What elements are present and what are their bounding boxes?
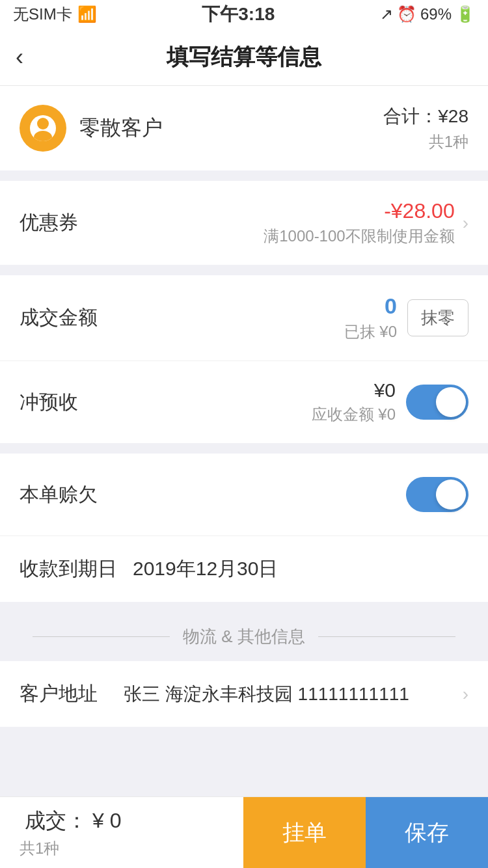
hang-button[interactable]: 挂单 — [243, 797, 366, 869]
sim-text: 无SIM卡 — [13, 4, 72, 25]
prepayment-sub: 应收金额 ¥0 — [312, 404, 396, 425]
total-count: 共1种 — [383, 131, 468, 152]
page-title: 填写结算等信息 — [167, 42, 321, 72]
address-chevron-icon: › — [463, 684, 468, 705]
address-value: 张三 海淀永丰科技园 11111111111 — [124, 682, 456, 707]
avatar — [20, 105, 66, 152]
deal-amount-row: 成交金额 0 已抹 ¥0 抹零 — [0, 275, 488, 361]
round-off-button[interactable]: 抹零 — [407, 299, 468, 336]
customer-section: 零散客户 合计：¥28 共1种 — [0, 86, 488, 170]
logistics-divider: 物流 & 其他信息 — [0, 612, 488, 661]
prepayment-right: ¥0 应收金额 ¥0 — [312, 379, 396, 425]
bottom-bar: 成交：¥ 0 共1种 挂单 保存 — [0, 796, 488, 868]
bottom-deal-label: 成交： — [25, 809, 87, 832]
debt-section: 本单赊欠 收款到期日 2019年12月30日 — [0, 454, 488, 602]
back-button[interactable]: ‹ — [16, 44, 23, 71]
due-date-label: 收款到期日 — [20, 556, 117, 582]
debt-row: 本单赊欠 — [0, 454, 488, 536]
address-label: 客户地址 — [20, 681, 124, 707]
deal-amount-value: 0 — [344, 293, 397, 319]
deal-section: 成交金额 0 已抹 ¥0 抹零 冲预收 ¥0 应收金额 ¥0 — [0, 275, 488, 443]
bottom-deal-row: 成交：¥ 0 — [20, 807, 243, 835]
prepayment-row: 冲预收 ¥0 应收金额 ¥0 — [0, 361, 488, 443]
coupon-desc: 满1000-100不限制使用金额 — [264, 226, 454, 247]
bottom-summary: 成交：¥ 0 共1种 — [0, 807, 243, 859]
prepayment-toggle[interactable] — [406, 385, 468, 420]
avatar-icon — [30, 115, 56, 141]
due-date-value: 2019年12月30日 — [133, 556, 278, 582]
address-row[interactable]: 客户地址 张三 海淀永丰科技园 11111111111 › — [0, 661, 488, 727]
wifi-icon: 📶 — [77, 5, 97, 23]
coupon-label: 优惠券 — [20, 210, 78, 236]
customer-name: 零散客户 — [79, 114, 163, 142]
save-button[interactable]: 保存 — [366, 797, 488, 869]
customer-total: 合计：¥28 共1种 — [383, 104, 468, 152]
logistics-text: 物流 & 其他信息 — [183, 625, 305, 648]
nav-bar: ‹ 填写结算等信息 — [0, 29, 488, 86]
coupon-section[interactable]: 优惠券 -¥28.00 满1000-100不限制使用金额 › — [0, 181, 488, 265]
status-right: ↗ ⏰ 69% 🔋 — [380, 5, 475, 23]
alarm-icon: ⏰ — [397, 5, 416, 23]
status-bar: 无SIM卡 📶 下午3:18 ↗ ⏰ 69% 🔋 — [0, 0, 488, 29]
debt-toggle-knob — [436, 480, 466, 509]
coupon-amount: -¥28.00 — [264, 199, 454, 223]
deal-amount-label: 成交金额 — [20, 305, 98, 331]
due-date-row: 收款到期日 2019年12月30日 — [0, 536, 488, 602]
debt-label: 本单赊欠 — [20, 481, 98, 508]
coupon-chevron-icon: › — [463, 213, 468, 234]
total-amount: 合计：¥28 — [383, 104, 468, 129]
bottom-count: 共1种 — [20, 838, 243, 859]
status-left: 无SIM卡 📶 — [13, 4, 97, 25]
bottom-deal-amount: ¥ 0 — [92, 809, 121, 832]
debt-toggle[interactable] — [406, 477, 468, 512]
prepayment-toggle-knob — [436, 387, 466, 417]
coupon-row[interactable]: 优惠券 -¥28.00 满1000-100不限制使用金额 › — [0, 181, 488, 265]
battery-text: 69% — [420, 5, 452, 23]
status-time: 下午3:18 — [202, 2, 275, 27]
battery-icon: 🔋 — [455, 5, 475, 23]
prepayment-amount: ¥0 — [312, 379, 396, 401]
location-icon: ↗ — [380, 5, 393, 23]
deal-amount-sub: 已抹 ¥0 — [344, 321, 397, 342]
customer-left: 零散客户 — [20, 105, 163, 152]
prepayment-label: 冲预收 — [20, 389, 78, 416]
